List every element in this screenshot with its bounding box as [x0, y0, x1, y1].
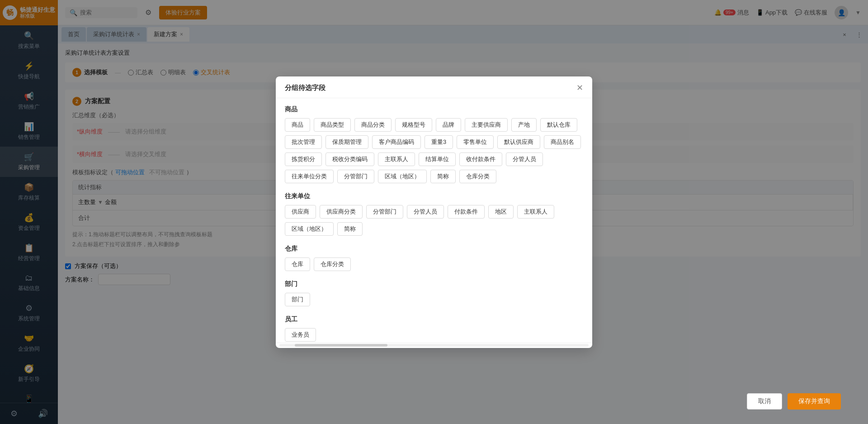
- section-dept-title: 部门: [285, 280, 583, 288]
- field-chip-product-19[interactable]: 收付款条件: [459, 152, 502, 166]
- modal-title: 分组待选字段: [285, 84, 326, 92]
- section-employee-title: 员工: [285, 315, 583, 324]
- field-chip-product-9[interactable]: 保质期管理: [326, 135, 368, 149]
- field-chip-product-7[interactable]: 默认仓库: [540, 118, 577, 132]
- modal-close-btn[interactable]: ✕: [576, 84, 583, 92]
- field-chip-product-16[interactable]: 税收分类编码: [326, 152, 374, 166]
- field-chip-product-12[interactable]: 零售单位: [457, 135, 494, 149]
- field-chip-warehouse-0[interactable]: 仓库: [285, 257, 310, 271]
- field-chip-product-15[interactable]: 拣货积分: [285, 152, 322, 166]
- field-chip-product-21[interactable]: 往来单位分类: [285, 170, 334, 183]
- field-chip-product-2[interactable]: 商品分类: [354, 118, 392, 132]
- section-employee-chips: 业务员: [285, 328, 583, 342]
- field-chip-partner-8[interactable]: 简称: [337, 222, 363, 236]
- section-warehouse-title: 仓库: [285, 245, 583, 253]
- field-chip-partner-6[interactable]: 主联系人: [517, 205, 554, 219]
- field-chip-product-25[interactable]: 仓库分类: [459, 170, 496, 183]
- field-chip-product-8[interactable]: 批次管理: [285, 135, 322, 149]
- field-chip-product-22[interactable]: 分管部门: [337, 170, 374, 183]
- section-partner: 往来单位供应商供应商分类分管部门分管人员付款条件地区主联系人区域（地区）简称: [285, 192, 583, 236]
- field-chip-product-1[interactable]: 商品类型: [314, 118, 351, 132]
- section-partner-title: 往来单位: [285, 192, 583, 200]
- section-partner-chips: 供应商供应商分类分管部门分管人员付款条件地区主联系人区域（地区）简称: [285, 205, 583, 236]
- confirm-btn[interactable]: 保存并查询: [788, 393, 841, 410]
- modal-body: 商品商品商品类型商品分类规格型号品牌主要供应商产地默认仓库批次管理保质期管理客户…: [276, 98, 592, 343]
- field-chip-product-17[interactable]: 主联系人: [378, 152, 415, 166]
- field-chip-partner-1[interactable]: 供应商分类: [320, 205, 363, 219]
- cancel-btn[interactable]: 取消: [747, 393, 782, 410]
- field-chip-warehouse-1[interactable]: 仓库分类: [314, 257, 351, 271]
- field-chip-product-14[interactable]: 商品别名: [544, 135, 581, 149]
- field-chip-partner-3[interactable]: 分管人员: [407, 205, 444, 219]
- field-chip-product-10[interactable]: 客户商品编码: [372, 135, 421, 149]
- modal-hscroll[interactable]: [276, 343, 592, 348]
- modal-overlay: 分组待选字段 ✕ 商品商品商品类型商品分类规格型号品牌主要供应商产地默认仓库批次…: [0, 0, 868, 424]
- section-dept: 部门部门: [285, 280, 583, 306]
- field-chip-dept-0[interactable]: 部门: [285, 293, 310, 306]
- field-chip-product-5[interactable]: 主要供应商: [465, 118, 508, 132]
- field-chip-product-23[interactable]: 区域（地区）: [378, 170, 427, 183]
- field-chip-product-20[interactable]: 分管人员: [506, 152, 543, 166]
- field-chip-product-3[interactable]: 规格型号: [395, 118, 432, 132]
- modal: 分组待选字段 ✕ 商品商品商品类型商品分类规格型号品牌主要供应商产地默认仓库批次…: [276, 76, 592, 348]
- section-product: 商品商品商品类型商品分类规格型号品牌主要供应商产地默认仓库批次管理保质期管理客户…: [285, 105, 583, 183]
- field-chip-product-6[interactable]: 产地: [511, 118, 537, 132]
- field-chip-product-13[interactable]: 默认供应商: [497, 135, 540, 149]
- section-employee: 员工业务员: [285, 315, 583, 342]
- field-chip-product-4[interactable]: 品牌: [436, 118, 461, 132]
- field-chip-employee-0[interactable]: 业务员: [285, 328, 316, 342]
- modal-footer: 取消 保存并查询: [747, 393, 841, 410]
- section-product-chips: 商品商品类型商品分类规格型号品牌主要供应商产地默认仓库批次管理保质期管理客户商品…: [285, 118, 583, 183]
- section-dept-chips: 部门: [285, 293, 583, 306]
- field-chip-partner-5[interactable]: 地区: [488, 205, 514, 219]
- field-chip-partner-0[interactable]: 供应商: [285, 205, 316, 219]
- field-chip-product-11[interactable]: 重量3: [425, 135, 453, 149]
- field-chip-partner-4[interactable]: 付款条件: [448, 205, 485, 219]
- section-warehouse-chips: 仓库仓库分类: [285, 257, 583, 271]
- field-chip-product-0[interactable]: 商品: [285, 118, 310, 132]
- section-product-title: 商品: [285, 105, 583, 114]
- section-warehouse: 仓库仓库仓库分类: [285, 245, 583, 271]
- field-chip-partner-7[interactable]: 区域（地区）: [285, 222, 334, 236]
- field-chip-partner-2[interactable]: 分管部门: [366, 205, 403, 219]
- modal-header: 分组待选字段 ✕: [276, 76, 592, 98]
- field-chip-product-24[interactable]: 简称: [430, 170, 456, 183]
- field-chip-product-18[interactable]: 结算单位: [419, 152, 456, 166]
